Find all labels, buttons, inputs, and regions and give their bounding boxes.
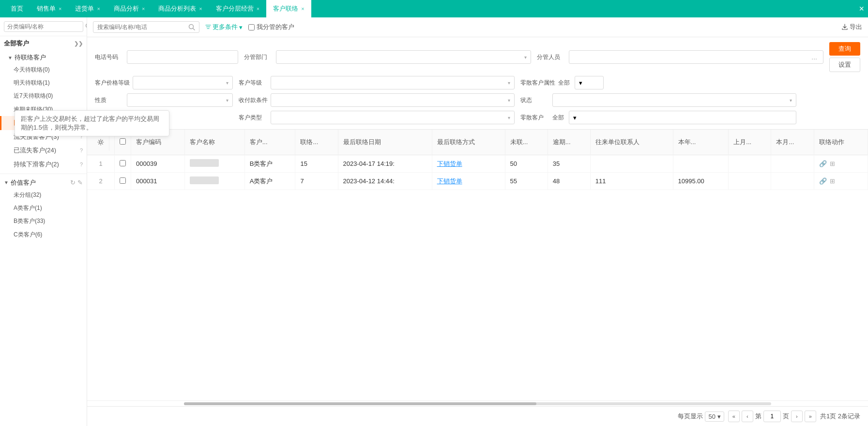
cell-action-1: 🔗 ⊞: [814, 155, 868, 173]
all-customers-label: 全部客户: [4, 39, 29, 48]
filter-select-retail-customer[interactable]: ▾: [569, 111, 796, 124]
cell-checkbox-1[interactable]: [115, 155, 131, 173]
filter-select-price-grade[interactable]: ▾: [133, 76, 233, 89]
sidebar-item-churned-label: 已流失客户(24): [14, 146, 56, 156]
nav-item-product-list[interactable]: 商品分析列表 ×: [152, 0, 209, 17]
cell-last-method-1[interactable]: 下销货单: [432, 155, 505, 173]
filter-select-retail-attr[interactable]: ▾: [575, 76, 604, 89]
filter-retail-attr-value: 全部: [558, 79, 570, 87]
sidebar-group-pending[interactable]: ▼ 待联络客户: [0, 51, 87, 63]
filter-search-box[interactable]: [93, 21, 199, 33]
export-button[interactable]: 导出: [841, 23, 862, 31]
select-all-checkbox[interactable]: [120, 138, 126, 145]
sidebar-value-refresh-icon[interactable]: ↻: [70, 179, 76, 186]
sidebar-value-edit-icon[interactable]: ✎: [77, 179, 83, 186]
action-grid-icon-2[interactable]: ⊞: [830, 177, 835, 185]
sidebar-item-class-a[interactable]: A类客户(1): [0, 202, 87, 215]
nav-label-customer-contact: 客户联络: [273, 4, 298, 13]
filter-person-dots[interactable]: ...: [809, 53, 819, 61]
cell-name-1: [185, 155, 244, 173]
cell-checkbox-2[interactable]: [115, 173, 131, 190]
sidebar-group-value-customers[interactable]: ▼ 价值客户 ↻ ✎: [0, 176, 87, 189]
filter-select-customer-type[interactable]: ▾: [271, 111, 515, 124]
close-all-tabs-button[interactable]: ×: [859, 4, 864, 14]
nav-item-customer-segment[interactable]: 客户分层经营 ×: [209, 0, 266, 17]
sidebar-item-class-c[interactable]: C类客户(6): [0, 228, 87, 241]
filter-input-phone[interactable]: [127, 50, 238, 64]
filter-field-status: 状态 ▾: [520, 93, 796, 107]
nav-close-sales[interactable]: ×: [59, 6, 61, 12]
table-row: 2 000031 A类客户 7 2023-04-12 14:44: 下销货单 5…: [87, 173, 868, 190]
filter-select-customer-grade[interactable]: ▾: [271, 76, 515, 89]
row-checkbox-1[interactable]: [120, 160, 126, 166]
nav-item-purchase[interactable]: 进货单 ×: [68, 0, 107, 17]
action-link-icon-2[interactable]: 🔗: [819, 177, 827, 185]
my-customers-filter[interactable]: 我分管的客户: [248, 23, 294, 31]
more-conditions-button[interactable]: 更多条件 ▾: [205, 23, 243, 31]
cell-overdue-1: 35: [548, 155, 590, 173]
last-page-button[interactable]: »: [805, 411, 816, 422]
nav-item-product-analysis[interactable]: 商品分析 ×: [107, 0, 152, 17]
filter-label-customer-type: 客户类型: [239, 114, 268, 122]
sidebar-search-input[interactable]: [4, 21, 83, 32]
sidebar-item-churned-icon: ?: [80, 147, 83, 155]
sidebar-item-ungrouped[interactable]: 未分组(32): [0, 189, 87, 202]
filter-row-1: 电话号码 分管部门 ▾ 分管人员 ...: [95, 42, 860, 72]
table-row: 1 000039 B类客户 15 2023-04-17 14:19: 下销货单 …: [87, 155, 868, 173]
page-size-arrow: ▾: [717, 413, 721, 420]
filter-field-retail-attr: 零散客户属性 全部 ▾: [520, 76, 796, 89]
nav-close-customer-contact[interactable]: ×: [301, 6, 304, 12]
export-label: 导出: [850, 23, 862, 31]
filter-select-payment[interactable]: ▾: [271, 93, 515, 107]
nav-item-customer-contact[interactable]: 客户联络 ×: [266, 0, 311, 17]
prev-page-button[interactable]: ‹: [742, 411, 753, 422]
filter-label-nature: 性质: [95, 96, 124, 104]
cell-last-method-2[interactable]: 下销货单: [432, 173, 505, 190]
sidebar-item-today[interactable]: 今天待联络(0): [0, 63, 87, 76]
main-layout: 全部客户 ❯❯ ▼ 待联络客户 今天待联络(0) 明天待联络(1) 近7天待联络…: [0, 17, 868, 426]
my-customers-label: 我分管的客户: [257, 23, 294, 31]
filter-search-input[interactable]: [97, 24, 188, 30]
my-customers-checkbox[interactable]: [248, 24, 255, 30]
row-checkbox-2[interactable]: [120, 177, 126, 184]
action-grid-icon-1[interactable]: ⊞: [830, 160, 835, 167]
page-size-box[interactable]: 50 ▾: [705, 411, 724, 422]
page-number-input[interactable]: [763, 411, 781, 422]
nav-close-purchase[interactable]: ×: [97, 6, 100, 12]
filter-select-dept[interactable]: ▾: [276, 50, 531, 64]
sidebar-item-7days[interactable]: 近7天待联络(0): [0, 89, 87, 103]
filter-payment-arrow: ▾: [508, 98, 510, 103]
table-header-row: 客户编码 客户名称 客户... 联络... 最后联络日期 最后联络方式 未联..…: [87, 130, 868, 155]
filter-select-status[interactable]: ▾: [552, 93, 796, 107]
settings-button[interactable]: 设置: [829, 58, 860, 72]
filter-select-nature[interactable]: ▾: [127, 93, 233, 107]
filter-icon: [205, 24, 211, 30]
horizontal-scrollbar[interactable]: [87, 400, 868, 406]
tooltip-box: 距客户上次交易时长，超过了此客户的平均交易周期的1.5倍，则视为异常。: [15, 110, 169, 136]
sidebar-item-class-b[interactable]: B类客户(33): [0, 215, 87, 228]
sidebar-search-button[interactable]: [83, 22, 87, 32]
col-header-action: 联络动作: [814, 130, 868, 155]
nav-item-home[interactable]: 首页: [4, 0, 30, 17]
nav-item-sales[interactable]: 销售单 ×: [30, 0, 68, 17]
export-icon: [841, 24, 848, 30]
col-header-contact-person: 往来单位联系人: [590, 130, 673, 155]
nav-close-product-list[interactable]: ×: [199, 6, 202, 12]
nav-close-product-analysis[interactable]: ×: [142, 6, 145, 12]
col-header-this-month: 本月...: [771, 130, 814, 155]
filter-label-payment: 收付款条件: [239, 96, 268, 104]
nav-close-customer-segment[interactable]: ×: [257, 6, 259, 12]
total-records-label: 共1页 2条记录: [820, 412, 860, 421]
sidebar-item-declining[interactable]: 持续下滑客户(2) ?: [0, 158, 87, 172]
action-link-icon-1[interactable]: 🔗: [819, 160, 827, 167]
filter-select-person[interactable]: ...: [569, 50, 823, 64]
nav-label-customer-segment: 客户分层经营: [216, 4, 254, 13]
sidebar-all-customers[interactable]: 全部客户 ❯❯: [0, 36, 87, 51]
sidebar-item-tomorrow[interactable]: 明天待联络(1): [0, 76, 87, 89]
col-header-last-month: 上月...: [729, 130, 771, 155]
sidebar-item-churned[interactable]: 已流失客户(24) ?: [0, 144, 87, 158]
scrollbar-thumb[interactable]: [184, 402, 536, 405]
query-button[interactable]: 查询: [829, 42, 860, 56]
next-page-button[interactable]: ›: [791, 411, 803, 422]
first-page-button[interactable]: «: [728, 411, 740, 422]
